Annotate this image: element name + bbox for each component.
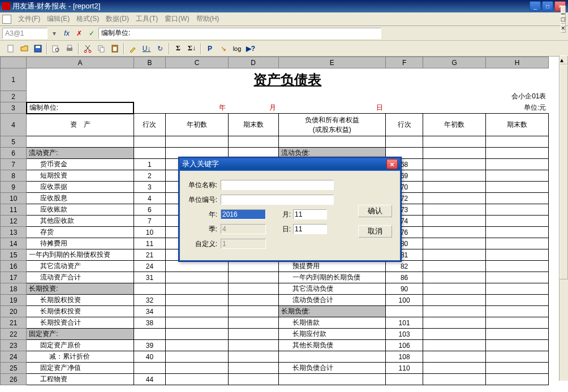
line-cell[interactable]: 10 bbox=[134, 227, 165, 238]
line-cell[interactable]: 4 bbox=[134, 193, 165, 204]
dialog-titlebar[interactable]: 录入关键字 × bbox=[179, 157, 401, 171]
save-icon[interactable] bbox=[32, 42, 44, 55]
row-header[interactable]: 25 bbox=[1, 363, 27, 374]
row-header[interactable]: 19 bbox=[1, 295, 27, 306]
p-button[interactable]: P bbox=[204, 42, 216, 55]
empty-cell[interactable] bbox=[166, 261, 229, 272]
preview-icon[interactable] bbox=[50, 42, 62, 55]
dropdown-icon[interactable]: ▾ bbox=[49, 28, 60, 39]
empty-cell[interactable] bbox=[423, 306, 486, 317]
line-cell[interactable]: 40 bbox=[134, 351, 165, 363]
mdi-minimize[interactable]: _ bbox=[561, 6, 566, 15]
line-cell[interactable]: 106 bbox=[385, 340, 423, 351]
col-header[interactable]: D bbox=[228, 57, 278, 68]
menu-edit[interactable]: 编辑(E) bbox=[44, 13, 73, 25]
log-button[interactable]: log bbox=[231, 42, 243, 55]
line-cell[interactable] bbox=[134, 283, 165, 295]
liab-cell[interactable]: 流动负债合计 bbox=[278, 295, 385, 306]
liab-cell[interactable]: 预提费用 bbox=[278, 261, 385, 272]
line-cell[interactable]: 82 bbox=[385, 261, 423, 272]
empty-cell[interactable] bbox=[423, 238, 486, 249]
asset-cell[interactable]: 其他应收款 bbox=[27, 216, 134, 227]
minimize-button[interactable]: _ bbox=[530, 1, 541, 11]
dialog-close-button[interactable]: × bbox=[386, 159, 398, 169]
empty-cell[interactable] bbox=[423, 340, 486, 351]
col-header[interactable]: A bbox=[27, 57, 134, 68]
line-cell[interactable]: 108 bbox=[385, 351, 423, 363]
cell-reference[interactable]: A3@1 bbox=[2, 28, 48, 39]
empty-cell[interactable] bbox=[486, 238, 549, 249]
empty-cell[interactable] bbox=[423, 329, 486, 340]
asset-cell[interactable]: 减：累计折价 bbox=[27, 351, 134, 363]
empty-cell[interactable] bbox=[166, 272, 229, 283]
empty-cell[interactable] bbox=[166, 374, 229, 385]
empty-cell[interactable] bbox=[486, 306, 549, 317]
line-cell[interactable] bbox=[385, 374, 423, 385]
arrow-icon[interactable]: ↘ bbox=[217, 42, 230, 55]
fx-button[interactable]: fx bbox=[61, 28, 72, 39]
empty-cell[interactable] bbox=[228, 363, 278, 374]
sum-icon[interactable]: Σ bbox=[172, 42, 184, 55]
empty-cell[interactable] bbox=[486, 363, 549, 374]
line-cell[interactable]: 31 bbox=[134, 272, 165, 283]
row-header[interactable]: 14 bbox=[1, 238, 27, 249]
undo-icon[interactable]: U↓ bbox=[140, 42, 153, 55]
row-header[interactable]: 1 bbox=[1, 68, 27, 91]
day-input[interactable] bbox=[293, 224, 327, 234]
paste-icon[interactable] bbox=[109, 42, 121, 55]
empty-cell[interactable] bbox=[423, 227, 486, 238]
unit-name-input[interactable] bbox=[221, 180, 334, 190]
liab-cell[interactable]: 其它流动负债 bbox=[278, 283, 385, 295]
asset-cell[interactable]: 其它流动资产 bbox=[27, 261, 134, 272]
line-cell[interactable]: 1 bbox=[134, 159, 165, 170]
open-icon[interactable] bbox=[18, 42, 31, 55]
confirm-formula-button[interactable]: ✓ bbox=[86, 28, 97, 39]
year-input[interactable] bbox=[221, 209, 266, 219]
col-header[interactable]: F bbox=[385, 57, 423, 68]
empty-cell[interactable] bbox=[486, 317, 549, 329]
line-cell[interactable]: 44 bbox=[134, 374, 165, 385]
empty-cell[interactable] bbox=[486, 283, 549, 295]
month-input[interactable] bbox=[293, 209, 327, 219]
mdi-close[interactable]: × bbox=[561, 24, 566, 33]
empty-cell[interactable] bbox=[486, 193, 549, 204]
empty-cell[interactable] bbox=[423, 317, 486, 329]
new-icon[interactable] bbox=[5, 42, 17, 55]
brush-icon[interactable] bbox=[127, 42, 139, 55]
menu-help[interactable]: 帮助(H) bbox=[193, 13, 223, 25]
col-header[interactable]: H bbox=[486, 57, 549, 68]
row-header[interactable]: 16 bbox=[1, 261, 27, 272]
empty-cell[interactable] bbox=[228, 283, 278, 295]
copy-icon[interactable] bbox=[95, 42, 107, 55]
empty-cell[interactable] bbox=[423, 148, 486, 159]
row-header[interactable]: 24 bbox=[1, 351, 27, 363]
empty-cell[interactable] bbox=[423, 272, 486, 283]
line-cell[interactable] bbox=[134, 363, 165, 374]
empty-cell[interactable] bbox=[423, 351, 486, 363]
liab-cell[interactable]: 其他长期负债 bbox=[278, 340, 385, 351]
row-header[interactable]: 4 bbox=[1, 114, 27, 136]
asset-cell[interactable]: 应收票据 bbox=[27, 182, 134, 193]
empty-cell[interactable] bbox=[486, 249, 549, 261]
empty-cell[interactable] bbox=[486, 261, 549, 272]
help-icon[interactable]: ▶? bbox=[244, 42, 257, 55]
row-header[interactable]: 13 bbox=[1, 227, 27, 238]
line-cell[interactable]: 2 bbox=[134, 170, 165, 182]
empty-cell[interactable] bbox=[166, 306, 229, 317]
vertical-scrollbar[interactable]: ▴ bbox=[559, 55, 568, 381]
asset-cell[interactable]: 一年内到期的长期债权投资 bbox=[27, 249, 134, 261]
empty-cell[interactable] bbox=[228, 272, 278, 283]
asset-cell[interactable]: 长期投资合计 bbox=[27, 317, 134, 329]
cancel-button[interactable]: 取消 bbox=[358, 225, 392, 238]
empty-cell[interactable] bbox=[423, 249, 486, 261]
line-cell[interactable]: 103 bbox=[385, 329, 423, 340]
asset-cell[interactable]: 工程物资 bbox=[27, 374, 134, 385]
corner-cell[interactable] bbox=[1, 57, 27, 68]
menu-data[interactable]: 数据(D) bbox=[102, 13, 132, 25]
empty-cell[interactable] bbox=[486, 204, 549, 216]
line-cell[interactable] bbox=[134, 148, 165, 159]
empty-cell[interactable] bbox=[423, 182, 486, 193]
row-header[interactable]: 12 bbox=[1, 216, 27, 227]
empty-cell[interactable] bbox=[166, 295, 229, 306]
cut-icon[interactable] bbox=[81, 42, 94, 55]
